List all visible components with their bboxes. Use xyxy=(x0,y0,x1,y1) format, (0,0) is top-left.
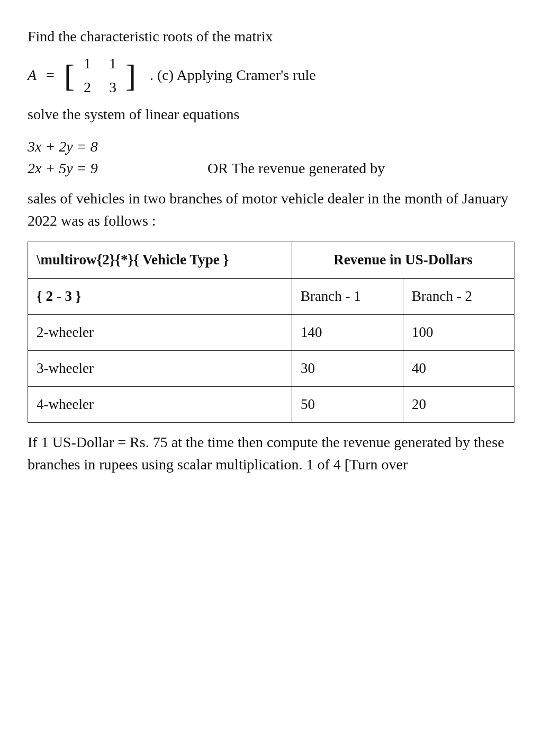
subheader-branch1-label: Branch - 1 xyxy=(301,288,361,304)
branch2-4wheeler: 20 xyxy=(403,386,514,422)
vehicle-type-4wheeler: 4-wheeler xyxy=(28,386,292,422)
revenue-table: \multirow{2}{*}{ Vehicle Type } Revenue … xyxy=(28,242,514,423)
branch1-2wheeler-value: 140 xyxy=(301,324,322,340)
matrix-label: A xyxy=(28,65,37,86)
equation-1-row: 3x + 2y = 8 xyxy=(28,136,385,158)
vehicle-type-3wheeler: 3-wheeler xyxy=(28,350,292,386)
table-row: 4-wheeler 50 20 xyxy=(28,386,514,422)
footer-text: If 1 US-Dollar = Rs. 75 at the time then… xyxy=(28,431,514,476)
sales-text: sales of vehicles in two branches of mot… xyxy=(28,188,514,232)
branch1-4wheeler: 50 xyxy=(292,386,403,422)
subheader-branch2: Branch - 2 xyxy=(403,278,514,314)
table-container: \multirow{2}{*}{ Vehicle Type } Revenue … xyxy=(28,242,514,423)
cramer-note: . (c) Applying Cramer's rule xyxy=(150,65,316,86)
header-revenue: Revenue in US-Dollars xyxy=(292,242,514,278)
header-vehicle-label: \multirow{2}{*}{ Vehicle Type } xyxy=(37,252,229,268)
header-vehicle: \multirow{2}{*}{ Vehicle Type } xyxy=(28,242,292,278)
vehicle-3wheeler-label: 3-wheeler xyxy=(37,360,94,376)
intro-label: Find the characteristic roots of the mat… xyxy=(28,28,273,45)
solve-intro-text: solve the system of linear equations xyxy=(28,103,514,126)
equation-2: 2x + 5y = 9 xyxy=(28,158,197,180)
subheader-branch1: Branch - 1 xyxy=(292,278,403,314)
matrix-r1c2: 1 xyxy=(102,53,123,75)
branch2-4wheeler-value: 20 xyxy=(412,396,426,412)
branch2-2wheeler-value: 100 xyxy=(412,324,433,340)
branch1-2wheeler: 140 xyxy=(292,314,403,350)
matrix-r1c1: 1 xyxy=(77,53,98,75)
equation-1: 3x + 2y = 8 xyxy=(28,136,197,158)
matrix-r2c2: 3 xyxy=(102,77,123,99)
matrix-bracket: [ 1 1 2 3 ] xyxy=(64,53,136,98)
branch1-3wheeler: 30 xyxy=(292,350,403,386)
table-row: 3-wheeler 30 40 xyxy=(28,350,514,386)
branch1-4wheeler-value: 50 xyxy=(301,396,315,412)
equation-2-row: 2x + 5y = 9 OR The revenue generated by xyxy=(28,158,385,180)
branch2-2wheeler: 100 xyxy=(403,314,514,350)
table-header-row: \multirow{2}{*}{ Vehicle Type } Revenue … xyxy=(28,242,514,278)
vehicle-2wheeler-label: 2-wheeler xyxy=(37,324,94,340)
intro-text: Find the characteristic roots of the mat… xyxy=(28,25,514,48)
equations-or-block: 3x + 2y = 8 2x + 5y = 9 OR The revenue g… xyxy=(28,131,514,182)
equations-block: 3x + 2y = 8 2x + 5y = 9 OR The revenue g… xyxy=(28,136,385,179)
matrix-line: A = [ 1 1 2 3 ] . (c) Applying Cramer's … xyxy=(28,53,514,98)
branch1-3wheeler-value: 30 xyxy=(301,360,315,376)
main-content: Find the characteristic roots of the mat… xyxy=(28,25,514,476)
bracket-left-icon: [ xyxy=(64,60,75,92)
sales-label: sales of vehicles in two branches of mot… xyxy=(28,190,508,229)
table-row: 2-wheeler 140 100 xyxy=(28,314,514,350)
subheader-vehicle-label: { 2 - 3 } xyxy=(37,288,81,304)
footer-label: If 1 US-Dollar = Rs. 75 at the time then… xyxy=(28,434,504,473)
solve-intro-label: solve the system of linear equations xyxy=(28,106,239,122)
equals-sign: = xyxy=(46,65,55,86)
vehicle-4wheeler-label: 4-wheeler xyxy=(37,396,94,412)
matrix-grid: 1 1 2 3 xyxy=(77,53,123,98)
or-note: OR The revenue generated by xyxy=(207,158,385,180)
header-revenue-label: Revenue in US-Dollars xyxy=(333,252,473,268)
vehicle-type-2wheeler: 2-wheeler xyxy=(28,314,292,350)
branch2-3wheeler: 40 xyxy=(403,350,514,386)
subheader-branch2-label: Branch - 2 xyxy=(412,288,472,304)
table-subheader-row: { 2 - 3 } Branch - 1 Branch - 2 xyxy=(28,278,514,314)
matrix-r2c1: 2 xyxy=(77,77,98,99)
branch2-3wheeler-value: 40 xyxy=(412,360,426,376)
subheader-vehicle: { 2 - 3 } xyxy=(28,278,292,314)
bracket-right-icon: ] xyxy=(125,60,136,92)
